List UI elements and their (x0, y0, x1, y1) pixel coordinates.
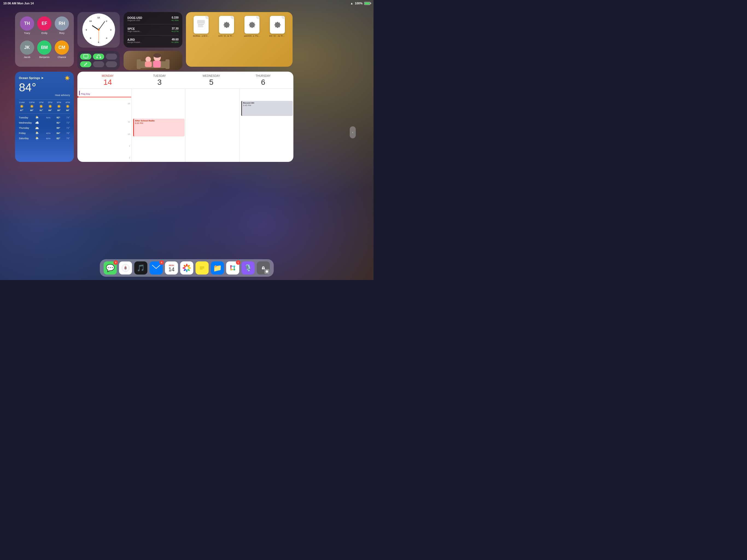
stock-symbol-ajrd: AJRD (127, 38, 141, 41)
svg-point-28 (146, 57, 151, 62)
svg-line-8 (85, 36, 87, 37)
stock-symbol-spce: SPCE (127, 27, 141, 30)
stock-symbol-doge: DOGE-USD (127, 17, 142, 19)
stock-change-ajrd: +0.18% (171, 41, 179, 44)
event-flag-day[interactable]: Flag Day (79, 91, 131, 95)
contact-tracy[interactable]: TH Tracy (19, 17, 35, 38)
dock-app-messages[interactable]: 💬 3 (104, 261, 117, 275)
main-content: TH Tracy EF Emily RH Rory JK Jacob BM Be… (0, 6, 374, 280)
svg-rect-58 (234, 266, 235, 269)
svg-rect-31 (153, 61, 161, 68)
control-btn-empty1 (106, 54, 117, 59)
cal-column-wednesday (185, 88, 239, 162)
calendar-body: 10 11 12 1 2 Flag Day (77, 88, 293, 162)
svg-rect-23 (97, 57, 98, 58)
contact-avatar-tracy: TH (20, 17, 34, 31)
stock-change-spce: +6.27% (171, 30, 179, 32)
contact-name-rory: Rory (59, 32, 65, 34)
battery-percent: 100% (355, 2, 363, 5)
cal-header-wednesday: WEDNESDAY 5 (185, 74, 237, 87)
forecast-tuesday: Tuesday 🌦️ 50% 92° 74° (19, 116, 70, 120)
svg-point-47 (183, 267, 185, 269)
control-btn-headphones[interactable] (93, 54, 104, 59)
file-item-9to5mac[interactable]: 9to5Mac...g All Day (190, 16, 212, 37)
contact-name-benjamin: Benjamin (40, 56, 50, 58)
wifi-icon: ▲ (350, 2, 353, 5)
dock-app-music[interactable]: 🎵 (134, 261, 147, 275)
contact-jacob[interactable]: JK Jacob (19, 41, 35, 62)
contact-emily[interactable]: EF Emily (37, 17, 52, 38)
svg-rect-56 (231, 266, 233, 266)
battery-icon (364, 2, 370, 5)
svg-rect-22 (85, 58, 86, 58)
calendar-dock-content: MON 14 (169, 264, 175, 272)
file-icon-ios15 (270, 16, 285, 34)
control-btn-empty3 (106, 61, 117, 67)
svg-point-43 (188, 267, 191, 269)
contact-chance[interactable]: CM Chance (54, 41, 70, 62)
svg-line-4 (110, 36, 111, 37)
chevron-left-icon: ‹ (352, 130, 353, 134)
control-center-widget[interactable] (77, 51, 120, 70)
dock-app-safari[interactable] (119, 261, 132, 275)
stocks-widget[interactable]: DOGE-USD Dogecoin USD 0.330 +6.76% SPCE … (124, 12, 182, 48)
event-record-hh[interactable]: Record HH 3:45 PM (241, 101, 293, 116)
contact-name-tracy: Tracy (24, 32, 30, 34)
weather-forecast: Tuesday 🌦️ 50% 92° 74° Wednesday ☁️ 91° … (19, 116, 70, 140)
stock-fullname-ajrd: Aerojet Rocket... (127, 41, 141, 43)
files-widget[interactable]: 9to5Mac...g All Day tvOS_15...ta_Profile (186, 12, 292, 67)
weather-hour-12pm: 12PM ☀️ 89° (29, 101, 35, 111)
dock-app-podcasts[interactable]: 🎙️ (241, 261, 255, 275)
svg-rect-21 (84, 54, 88, 58)
svg-rect-26 (137, 59, 141, 69)
control-btn-ipad[interactable] (80, 54, 91, 59)
contact-rory[interactable]: RH Rory (54, 17, 70, 38)
forecast-wednesday: Wednesday ☁️ 91° 72° (19, 121, 70, 125)
dock: 💬 3 🎵 6 (100, 259, 274, 277)
stock-row-ajrd: AJRD Aerojet Rocket... 49.60 +0.18% (127, 38, 179, 44)
contact-avatar-benjamin: BM (37, 41, 51, 55)
dock-app-files[interactable]: 📁 (211, 261, 224, 275)
dock-app-calendar[interactable]: MON 14 (165, 261, 178, 275)
forecast-friday: Friday 🌦️ 40% 84° 76° (19, 131, 70, 135)
clock-face: 12 3 6 9 2 10 8 4 (82, 14, 115, 46)
slack-icon (229, 264, 236, 272)
svg-rect-17 (197, 20, 205, 24)
stock-row-spce: SPCE Virgin Galactic... 37.30 +6.27% (127, 27, 179, 32)
file-item-watchos[interactable]: watchOS...a_Profile (241, 16, 263, 37)
contact-benjamin[interactable]: BM Benjamin (37, 41, 52, 62)
files-grid-row1: 9to5Mac...g All Day tvOS_15...ta_Profile (190, 16, 289, 37)
dock-app-notes[interactable] (196, 261, 209, 275)
dock-app-mail[interactable]: 6 (150, 261, 163, 275)
control-btn-pencil[interactable] (80, 61, 91, 67)
dock-app-photos[interactable] (180, 261, 193, 275)
calendar-widget[interactable]: MONDAY 14 TUESDAY 3 WEDNESDAY 5 THURSDAY… (77, 72, 293, 162)
event-after-school-radio[interactable]: After School Radio 6:00 PM (133, 119, 185, 136)
svg-rect-29 (145, 61, 152, 67)
dock-app-passwords[interactable] (257, 261, 270, 275)
sidebar-toggle[interactable]: ‹ (350, 126, 356, 138)
messages-badge: 3 (113, 260, 118, 265)
svg-point-60 (230, 269, 232, 271)
stock-price-doge: 0.330 (171, 16, 179, 19)
photos-icon (182, 263, 191, 272)
svg-point-41 (186, 264, 187, 266)
clock-widget[interactable]: 12 3 6 9 2 10 8 4 (77, 12, 120, 48)
contacts-widget[interactable]: TH Tracy EF Emily RH Rory JK Jacob BM Be… (15, 12, 74, 67)
weather-widget[interactable]: Ocean Springs ➤ ☀️ 84° Heat advisory 11A… (15, 72, 74, 162)
file-name-ios15: iOS_15_...ta_Profile (269, 35, 286, 37)
contact-avatar-chance: CM (55, 41, 69, 55)
stock-fullname-spce: Virgin Galactic... (127, 30, 141, 32)
svg-rect-18 (198, 24, 204, 25)
photo-widget[interactable] (124, 51, 182, 70)
weather-hourly: 11AM ☀️ 87° 12PM ☀️ 89° 1PM ☀️ 91° 2PM ☀… (19, 99, 70, 113)
podcasts-icon: 🎙️ (244, 264, 252, 272)
mail-icon (152, 265, 160, 271)
file-item-ios15[interactable]: iOS_15_...ta_Profile (266, 16, 289, 37)
file-item-tvos[interactable]: tvOS_15...ta_Profile (215, 16, 238, 37)
dock-app-slack[interactable]: 1 (226, 261, 239, 275)
control-btn-empty2 (93, 61, 104, 67)
svg-rect-20 (198, 27, 203, 27)
svg-line-1 (105, 17, 106, 18)
weather-hour-4pm: 4PM ☀️ 88° (66, 101, 70, 111)
